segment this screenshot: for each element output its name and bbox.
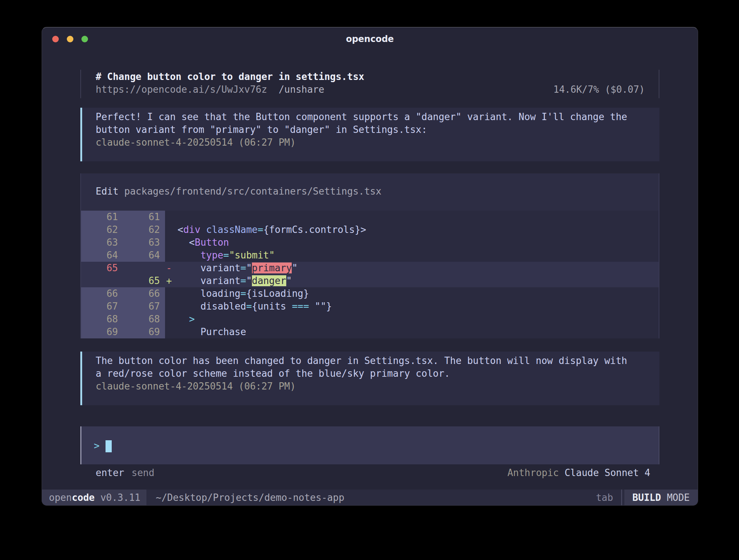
unshare-command[interactable]: /unshare bbox=[267, 84, 325, 95]
share-url[interactable]: https://opencode.ai/s/UwJxv76z bbox=[96, 84, 267, 95]
diff-row: 6262 <div className={formCs.controls}> bbox=[81, 223, 659, 236]
minimize-window-button[interactable] bbox=[67, 36, 73, 42]
close-window-button[interactable] bbox=[52, 36, 59, 42]
session-title: # Change button color to danger in setti… bbox=[96, 70, 645, 83]
app-name-open: open bbox=[49, 492, 72, 503]
session-view: # Change button color to danger in setti… bbox=[42, 70, 698, 479]
working-directory: ~/Desktop/Projects/demo-notes-app bbox=[156, 492, 344, 503]
status-bar: opencode v0.3.11 ~/Desktop/Projects/demo… bbox=[42, 490, 698, 505]
message-meta: claude-sonnet-4-20250514 (06:27 PM) bbox=[96, 136, 648, 149]
traffic-lights bbox=[52, 27, 88, 51]
app-version-segment: opencode v0.3.11 bbox=[42, 490, 146, 505]
diff-row: 6363 <Button bbox=[81, 236, 659, 249]
opencode-window: opencode # Change button color to danger… bbox=[42, 27, 698, 506]
diff-row: 6464 type="submit" bbox=[81, 249, 659, 262]
session-subheader: https://opencode.ai/s/UwJxv76z /unshare … bbox=[96, 83, 645, 96]
prompt-chevron: > bbox=[94, 440, 100, 451]
status-divider bbox=[621, 490, 622, 505]
token-cost-stats: 14.6K/7% ($0.07) bbox=[554, 83, 645, 96]
assistant-message: The button color has been changed to dan… bbox=[80, 352, 659, 405]
edit-file-path: packages/frontend/src/containers/Setting… bbox=[124, 186, 381, 197]
edit-action-label: Edit bbox=[96, 186, 124, 197]
enter-key-hint: enter bbox=[96, 467, 124, 478]
prompt-input[interactable]: > bbox=[80, 426, 659, 464]
message-line: The button color has been changed to dan… bbox=[96, 354, 648, 367]
hint-row: entersend Anthropic Claude Sonnet 4 bbox=[80, 467, 659, 479]
send-action-label: send bbox=[131, 467, 154, 478]
text-cursor bbox=[106, 440, 112, 452]
diff-row: 6161 bbox=[81, 211, 659, 223]
diff-row: 65- variant="primary" bbox=[81, 262, 659, 275]
diff-row: 6868 > bbox=[81, 313, 659, 326]
diff-row: 6666 loading={isLoading} bbox=[81, 287, 659, 300]
message-line: button variant from "primary" to "danger… bbox=[96, 123, 648, 136]
message-meta: claude-sonnet-4-20250514 (06:27 PM) bbox=[96, 380, 648, 393]
title-bar: opencode bbox=[42, 27, 698, 51]
diff-row: 6969 Purchase bbox=[81, 326, 659, 338]
zoom-window-button[interactable] bbox=[81, 36, 88, 42]
app-name-code: code bbox=[72, 492, 95, 503]
send-hint: entersend bbox=[96, 467, 154, 479]
mode-suffix: MODE bbox=[667, 492, 690, 503]
edit-tool-block: Edit packages/frontend/src/containers/Se… bbox=[80, 173, 659, 338]
model-name: Claude Sonnet 4 bbox=[564, 467, 650, 478]
tab-key-hint: tab bbox=[596, 492, 613, 503]
provider-name: Anthropic bbox=[508, 467, 565, 478]
window-title: opencode bbox=[346, 34, 394, 44]
mode-name: BUILD bbox=[632, 492, 661, 503]
app-version: v0.3.11 bbox=[95, 492, 140, 503]
message-line: Perfect! I can see that the Button compo… bbox=[96, 111, 648, 123]
edit-tool-title: Edit packages/frontend/src/containers/Se… bbox=[81, 173, 659, 198]
assistant-message: Perfect! I can see that the Button compo… bbox=[80, 108, 659, 161]
diff-row: 6767 disabled={units === ""} bbox=[81, 300, 659, 313]
status-bar-right: tab BUILDMODE bbox=[596, 490, 698, 505]
diff-row: 65+ variant="danger" bbox=[81, 275, 659, 287]
session-header: # Change button color to danger in setti… bbox=[80, 70, 659, 98]
mode-toggle[interactable]: BUILDMODE bbox=[624, 490, 698, 505]
diff-table: 61616262 <div className={formCs.controls… bbox=[81, 211, 659, 338]
model-indicator: Anthropic Claude Sonnet 4 bbox=[508, 467, 650, 479]
message-line: a red/rose color scheme instead of the b… bbox=[96, 367, 648, 380]
share-line: https://opencode.ai/s/UwJxv76z /unshare bbox=[96, 83, 324, 96]
